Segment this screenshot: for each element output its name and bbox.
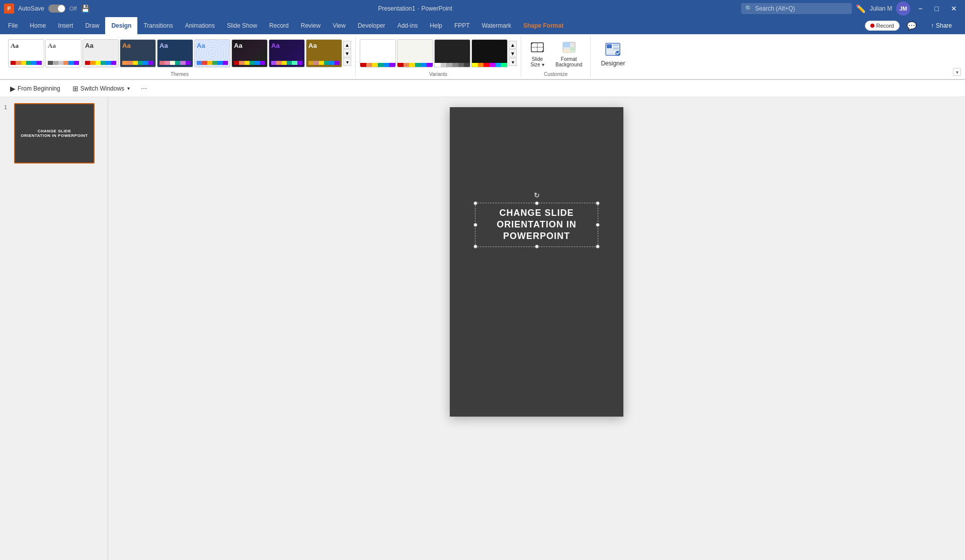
autosave-toggle[interactable] <box>48 5 65 13</box>
tab-developer[interactable]: Developer <box>352 17 391 34</box>
expand-icon[interactable]: ▾ <box>953 68 961 76</box>
designer-icon <box>605 41 621 59</box>
slide-text: CHANGE SLIDE ORIENTATION IN POWERPOINT <box>475 203 598 247</box>
themes-scroll: ▲ ▼ ▾ <box>343 41 351 66</box>
tab-animations[interactable]: Animations <box>179 17 221 34</box>
handle-bottom-left[interactable] <box>473 245 477 249</box>
record-button[interactable]: Record <box>865 21 900 31</box>
tab-review[interactable]: Review <box>295 17 327 34</box>
ribbon-content: Aa Aa <box>0 34 965 79</box>
themes-scroll-up[interactable]: ▲ <box>343 41 351 49</box>
tab-slideshow[interactable]: Slide Show <box>221 17 263 34</box>
theme-4[interactable]: Aa <box>120 39 156 67</box>
themes-more[interactable]: ▾ <box>343 58 351 66</box>
titlebar-center: Presentation1 - PowerPoint <box>378 5 452 12</box>
designer-group: Designer <box>591 36 635 77</box>
main-area: 1 CHANGE SLIDEORIENTATION IN POWERPOINT … <box>0 97 965 560</box>
variant-4[interactable] <box>471 39 508 67</box>
tab-view[interactable]: View <box>327 17 352 34</box>
slide-number: 1 <box>4 103 11 110</box>
tab-fppt[interactable]: FPPT <box>448 17 476 34</box>
more-options-button[interactable]: ⋯ <box>138 83 150 95</box>
ribbon-expand[interactable]: ▾ <box>953 36 961 77</box>
minimize-button[interactable]: − <box>914 4 926 14</box>
text-box-selected[interactable]: ↻ CHANGE SLIDE ORIENTATION IN POWERPOINT <box>475 203 598 247</box>
format-background-icon <box>561 39 577 55</box>
switch-windows-button[interactable]: ⊞ Switch Windows ▾ <box>68 83 134 95</box>
variants-more[interactable]: ▾ <box>509 58 517 66</box>
handle-top-right[interactable] <box>596 201 600 205</box>
tab-record[interactable]: Record <box>263 17 295 34</box>
variants-scroll-down[interactable]: ▼ <box>509 49 517 57</box>
tab-shapeformat[interactable]: Shape Format <box>517 17 570 34</box>
slide-thumb-text: CHANGE SLIDEORIENTATION IN POWERPOINT <box>19 127 90 140</box>
theme-7[interactable]: Aa <box>231 39 268 67</box>
tab-design[interactable]: Design <box>105 17 137 34</box>
svg-rect-13 <box>613 47 619 49</box>
tab-transitions[interactable]: Transitions <box>137 17 179 34</box>
format-background-button[interactable]: FormatBackground <box>551 37 586 69</box>
powerpoint-icon: P <box>4 4 14 14</box>
slide-item-1[interactable]: 1 CHANGE SLIDEORIENTATION IN POWERPOINT <box>2 101 106 166</box>
tab-addins[interactable]: Add-ins <box>391 17 424 34</box>
themes-scroll-down[interactable]: ▼ <box>343 49 351 57</box>
handle-bottom-middle[interactable] <box>535 245 539 249</box>
pen-icon[interactable]: ✏️ <box>856 4 866 14</box>
app-name: PowerPoint <box>421 5 452 12</box>
switch-windows-label: Switch Windows <box>81 85 124 92</box>
save-icon[interactable]: 💾 <box>81 5 90 13</box>
theme-2[interactable]: Aa <box>45 39 82 67</box>
tab-insert[interactable]: Insert <box>52 17 79 34</box>
search-input[interactable] <box>741 3 852 14</box>
autosave-label: AutoSave <box>18 5 44 12</box>
record-label: Record <box>876 23 894 29</box>
handle-middle-right[interactable] <box>596 223 600 227</box>
theme-6[interactable]: Aa <box>194 39 230 67</box>
tab-home[interactable]: Home <box>24 17 52 34</box>
ribbon: File Home Insert Draw Design Transitions… <box>0 17 965 80</box>
variant-1[interactable] <box>360 39 396 67</box>
tab-draw[interactable]: Draw <box>79 17 105 34</box>
svg-rect-6 <box>563 42 570 47</box>
share-button[interactable]: ↑ Share <box>924 19 959 32</box>
designer-button[interactable]: Designer <box>595 36 631 71</box>
file-name: Presentation1 <box>378 5 415 12</box>
handle-top-middle[interactable] <box>535 201 539 205</box>
svg-rect-15 <box>607 52 615 54</box>
designer-label: Designer <box>601 60 625 67</box>
theme-default[interactable]: Aa <box>8 39 44 67</box>
svg-rect-12 <box>613 44 619 46</box>
svg-rect-11 <box>607 44 612 48</box>
theme-8[interactable]: Aa <box>269 39 305 67</box>
format-background-label: FormatBackground <box>555 56 582 67</box>
themes-label: Themes <box>8 70 351 77</box>
search-icon: 🔍 <box>745 5 753 12</box>
playback-bar: ▶ From Beginning ⊞ Switch Windows ▾ ⋯ <box>0 80 965 97</box>
handle-middle-left[interactable] <box>473 223 477 227</box>
handle-top-left[interactable] <box>473 201 477 205</box>
theme-3[interactable]: Aa <box>83 39 119 67</box>
slide-size-button[interactable]: SlideSize ▾ <box>525 37 549 69</box>
theme-5[interactable]: Aa <box>157 39 193 67</box>
tab-help[interactable]: Help <box>424 17 448 34</box>
tab-watermark[interactable]: Watermark <box>476 17 517 34</box>
share-label: Share <box>936 22 952 29</box>
handle-bottom-right[interactable] <box>596 245 600 249</box>
rotate-handle[interactable]: ↻ <box>533 191 541 199</box>
maximize-button[interactable]: □ <box>931 4 943 14</box>
variants-scroll-up[interactable]: ▲ <box>509 41 517 49</box>
record-dot-icon <box>870 24 874 28</box>
switch-windows-chevron: ▾ <box>127 86 130 91</box>
from-beginning-button[interactable]: ▶ From Beginning <box>6 83 64 95</box>
variant-3[interactable] <box>434 39 470 67</box>
user-avatar[interactable]: JM <box>896 2 910 16</box>
tab-file[interactable]: File <box>2 17 24 34</box>
slide-thumbnail[interactable]: CHANGE SLIDEORIENTATION IN POWERPOINT <box>14 103 95 164</box>
user-name: Julian M <box>870 5 893 12</box>
customize-label: Customize <box>525 70 586 77</box>
comment-button[interactable]: 💬 <box>903 19 921 33</box>
theme-9[interactable]: Aa <box>306 39 342 67</box>
variant-2[interactable] <box>397 39 433 67</box>
close-button[interactable]: ✕ <box>947 4 961 14</box>
customize-group: SlideSize ▾ FormatBackground <box>521 36 591 77</box>
